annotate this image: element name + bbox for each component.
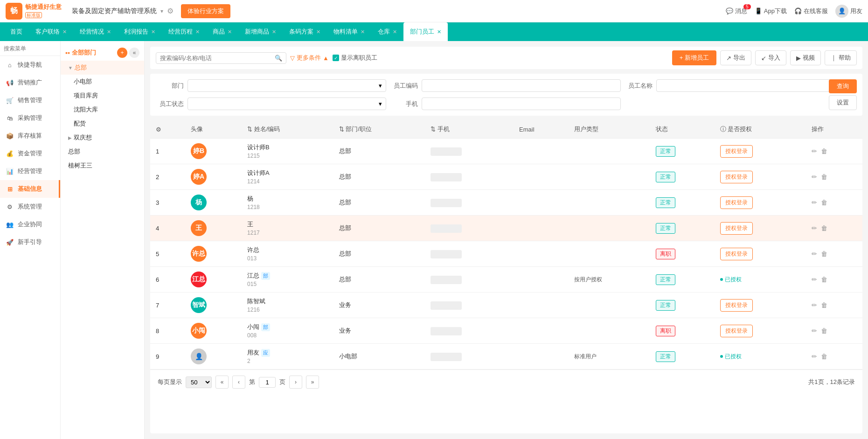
auth-login-btn[interactable]: 授权登录 [720, 248, 753, 260]
prev-page-btn[interactable]: ‹ [232, 376, 245, 389]
per-page-select[interactable]: 50 20 100 [186, 376, 212, 388]
next-page-btn[interactable]: › [289, 376, 302, 389]
tree-node-shenyang[interactable]: 沈阳大库 [61, 103, 144, 117]
tab-bom[interactable]: 物料清单✕ [327, 22, 371, 41]
col-name-code[interactable]: ⇅ 姓名/编码 [242, 120, 333, 139]
edit-icon[interactable]: ✏ [812, 276, 817, 283]
auth-login-btn[interactable]: 授权登录 [720, 325, 753, 337]
auth-login-btn[interactable]: 授权登录 [720, 222, 753, 235]
tab-profit[interactable]: 利润报告✕ [118, 22, 162, 41]
tab-add-goods[interactable]: 新增商品✕ [238, 22, 283, 41]
delete-icon[interactable]: 🗑 [821, 327, 827, 334]
sidebar-item-sys-mgmt[interactable]: ⚙ 系统管理 [0, 198, 60, 216]
tree-node-small-elec[interactable]: 小电部 [61, 75, 144, 89]
sidebar-item-basic-info[interactable]: ⊞ 基础信息 [0, 180, 60, 198]
col-settings[interactable]: ⚙ [150, 120, 185, 139]
filter-status-select[interactable]: ▾ [187, 98, 386, 110]
dept-add-btn[interactable]: + [117, 48, 127, 58]
search-input[interactable] [160, 55, 273, 62]
app-download-item[interactable]: 📱 App下载 [755, 7, 787, 15]
delete-icon[interactable]: 🗑 [821, 276, 827, 283]
delete-icon[interactable]: 🗑 [821, 147, 827, 155]
edit-icon[interactable]: ✏ [812, 173, 817, 181]
setup-btn[interactable]: 设置 [829, 95, 857, 110]
tab-customer[interactable]: 客户联络✕ [29, 22, 73, 41]
delete-icon[interactable]: 🗑 [821, 224, 827, 232]
help-btn[interactable]: ｜ 帮助 [825, 50, 857, 65]
auth-login-btn[interactable]: 授权登录 [720, 299, 753, 312]
filter-phone-input[interactable] [422, 98, 620, 110]
close-icon[interactable]: ✕ [151, 29, 155, 35]
export-btn[interactable]: ↗ 导出 [720, 50, 751, 65]
sidebar-item-sales[interactable]: 🛒 销售管理 [0, 91, 60, 109]
tree-node-project-room[interactable]: 项目库房 [61, 89, 144, 103]
tree-node-shuangqing[interactable]: ▶ 双庆想 [61, 131, 144, 145]
delete-icon[interactable]: 🗑 [821, 173, 827, 181]
add-employee-btn[interactable]: + 新增员工 [672, 50, 716, 65]
view-btn[interactable]: ▶ 视频 [790, 50, 821, 65]
delete-icon[interactable]: 🗑 [821, 199, 827, 206]
filter-dept-select[interactable]: ▾ [187, 79, 386, 92]
close-icon[interactable]: ✕ [361, 29, 365, 35]
tab-home[interactable]: 首页 [4, 22, 29, 41]
close-icon[interactable]: ✕ [228, 29, 232, 35]
dept-collapse-btn[interactable]: « [129, 48, 139, 58]
tab-history[interactable]: 经营历程✕ [162, 22, 206, 41]
search-icon[interactable]: 🔍 [275, 55, 282, 62]
current-page-input[interactable] [259, 377, 276, 388]
close-icon[interactable]: ✕ [437, 29, 441, 35]
auth-login-btn[interactable]: 授权登录 [720, 196, 753, 209]
online-service-item[interactable]: 🎧 在线客服 [794, 7, 828, 15]
tree-node-general[interactable]: ▼ 总部 [61, 61, 144, 75]
settings-icon[interactable]: ⚙ [167, 7, 174, 15]
close-icon[interactable]: ✕ [107, 29, 111, 35]
delete-icon[interactable]: 🗑 [821, 301, 827, 309]
more-filter-btn[interactable]: ▽ 更多条件 ▲ [290, 54, 329, 62]
close-icon[interactable]: ✕ [62, 29, 67, 35]
first-page-btn[interactable]: « [215, 376, 229, 389]
tree-node-plant-tree[interactable]: 植树王三 [61, 159, 144, 173]
sidebar-item-finance[interactable]: 💰 资金管理 [0, 145, 60, 162]
sidebar-search-input[interactable] [4, 45, 61, 52]
sidebar-item-biz-mgmt[interactable]: 📊 经营管理 [0, 162, 60, 180]
filter-empcode-input[interactable] [422, 79, 620, 92]
close-icon[interactable]: ✕ [316, 29, 320, 35]
tab-operation[interactable]: 经营情况✕ [73, 22, 118, 41]
tab-warehouse[interactable]: 仓库✕ [371, 22, 403, 41]
filter-empname-input[interactable] [656, 79, 855, 92]
auth-login-btn[interactable]: 授权登录 [720, 145, 753, 158]
tab-barcode[interactable]: 条码方案✕ [283, 22, 327, 41]
delete-icon[interactable]: 🗑 [821, 353, 827, 360]
close-icon[interactable]: ✕ [195, 29, 200, 35]
sidebar-item-marketing[interactable]: 📢 营销推广 [0, 74, 60, 91]
sidebar-item-enterprise[interactable]: 👥 企业协同 [0, 216, 60, 233]
notification-item[interactable]: 💬 消息 5 [726, 7, 747, 15]
edit-icon[interactable]: ✏ [812, 250, 817, 258]
dept-tree-title[interactable]: 全部部门 [72, 49, 96, 57]
edit-icon[interactable]: ✏ [812, 353, 817, 360]
edit-icon[interactable]: ✏ [812, 327, 817, 334]
sidebar-item-purchase[interactable]: 🛍 采购管理 [0, 109, 60, 127]
close-icon[interactable]: ✕ [272, 29, 276, 35]
sidebar-item-quick-nav[interactable]: ⌂ 快捷导航 [0, 56, 60, 74]
sidebar-item-guide[interactable]: 🚀 新手引导 [0, 233, 60, 251]
trial-btn[interactable]: 体验行业方案 [181, 4, 230, 18]
auth-login-btn[interactable]: 授权登录 [720, 171, 753, 183]
col-phone[interactable]: ⇅ 手机 [425, 120, 514, 139]
query-btn[interactable]: 查询 [829, 79, 857, 93]
user-item[interactable]: 👤 用友 [835, 5, 862, 18]
delete-icon[interactable]: 🗑 [821, 250, 827, 258]
import-btn[interactable]: ↙ 导入 [755, 50, 786, 65]
show-resigned-toggle[interactable]: ✓ 显示离职员工 [333, 54, 377, 62]
tab-goods[interactable]: 商品✕ [206, 22, 238, 41]
col-dept-pos[interactable]: ⇅ 部门/职位 [333, 120, 425, 139]
tree-node-hq[interactable]: 总部 [61, 145, 144, 159]
last-page-btn[interactable]: » [306, 376, 319, 389]
edit-icon[interactable]: ✏ [812, 147, 817, 155]
edit-icon[interactable]: ✏ [812, 301, 817, 309]
edit-icon[interactable]: ✏ [812, 199, 817, 206]
tab-dept-staff[interactable]: 部门员工✕ [403, 22, 448, 41]
sidebar-item-inventory[interactable]: 📦 库存核算 [0, 127, 60, 145]
edit-icon[interactable]: ✏ [812, 224, 817, 232]
close-icon[interactable]: ✕ [393, 29, 397, 35]
